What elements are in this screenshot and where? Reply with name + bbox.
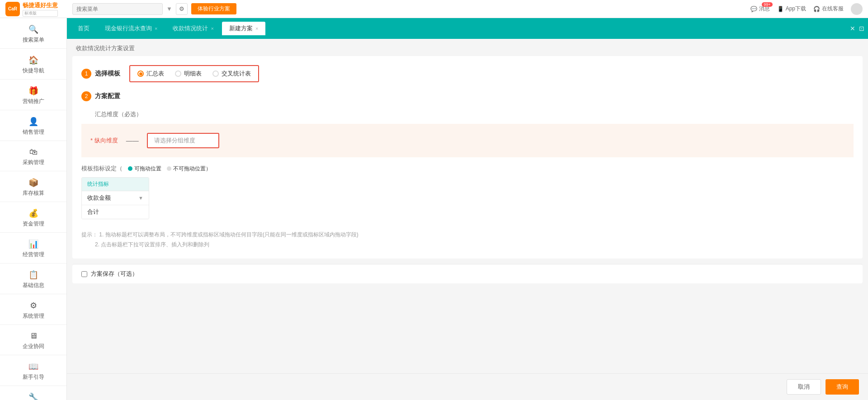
- sidebar-item-management[interactable]: 📊 经营管理: [0, 233, 66, 264]
- sidebar-item-system[interactable]: ⚙ 系统管理: [0, 294, 66, 325]
- top-bar: CaR 畅捷通好生意 标准版 ▼ ⚙ 体验行业方案 💬 消息 99+ 📱 App…: [0, 0, 868, 18]
- tab-cashflow[interactable]: 现金银行流水查询 ×: [98, 22, 165, 35]
- dimension-box: * 纵向维度 —— 请选择分组维度: [81, 124, 854, 157]
- sidebar-item-marketing[interactable]: 🎁 营销推广: [0, 80, 66, 110]
- sidebar-item-finance[interactable]: 💰 资金管理: [0, 202, 66, 233]
- guide-icon: 📖: [28, 362, 38, 372]
- logo-icon: CaR: [5, 2, 20, 16]
- sidebar-item-collab[interactable]: 🖥 企业协同: [0, 325, 66, 355]
- tab-cashflow-label: 现金银行流水查询: [105, 24, 152, 33]
- sidebar-item-hardware[interactable]: 🔧 智能硬件: [0, 386, 66, 400]
- radio-crosstab[interactable]: 交叉统计表: [212, 70, 251, 78]
- sidebar-label-finance: 资金管理: [23, 220, 44, 228]
- metrics-header-label: 模板指标设定（: [81, 165, 123, 173]
- support-btn[interactable]: 🎧 在线客服: [813, 5, 844, 13]
- chart-icon: 📊: [28, 239, 38, 249]
- tips-section: 提示： 1. 拖动标题栏可以调整布局，不可跨维度或指标区域拖动任何目字段(只能在…: [81, 230, 854, 249]
- tab-new-plan[interactable]: 新建方案 ×: [222, 22, 265, 35]
- search-input[interactable]: [72, 3, 163, 15]
- nav-tabs: 首页 现金银行流水查询 × 收款情况统计 × 新建方案 × ✕ ⊡: [67, 18, 868, 39]
- metrics-table-wrapper: 统计指标 收款金额 ▼ 合计: [81, 177, 854, 219]
- footer-save-row: 方案保存（可选）: [72, 264, 863, 283]
- save-checkbox[interactable]: [81, 271, 87, 277]
- metrics-section: 模板指标设定（ 可拖动位置 不可拖动位置）: [81, 165, 854, 219]
- tip-2: 2. 点击标题栏下拉可设置排序、插入列和删除列: [95, 241, 209, 248]
- page-header: 收款情况统计方案设置: [67, 39, 868, 56]
- sidebar-item-sales[interactable]: 👤 销售管理: [0, 110, 66, 141]
- dimension-placeholder: 请选择分组维度: [154, 137, 195, 144]
- metric-total-label: 合计: [87, 208, 99, 216]
- collab-icon: 🖥: [29, 331, 38, 341]
- template-radio-group: 汇总表 明细表 交叉统计表: [129, 65, 259, 82]
- dimension-row: * 纵向维度 —— 请选择分组维度: [90, 133, 844, 148]
- cancel-button[interactable]: 取消: [787, 379, 821, 395]
- user-avatar[interactable]: [851, 3, 863, 15]
- tab-receipts-close[interactable]: ×: [211, 26, 213, 31]
- home-icon: 🏠: [28, 55, 38, 65]
- maximize-icon[interactable]: ⊡: [859, 25, 864, 32]
- metric-amount-chevron[interactable]: ▼: [138, 195, 143, 201]
- sidebar-label-basic: 基础信息: [23, 282, 44, 289]
- settings-button[interactable]: ⚙: [176, 3, 188, 15]
- sidebar-label-sales: 销售管理: [23, 128, 44, 136]
- tab-home-label: 首页: [78, 24, 90, 33]
- radio-detail[interactable]: 明细表: [175, 70, 202, 78]
- unmovable-label: 不可拖动位置）: [173, 165, 211, 173]
- metrics-col-header: 统计指标: [82, 178, 149, 191]
- tab-receipts[interactable]: 收款情况统计 ×: [165, 22, 221, 35]
- dimension-select[interactable]: 请选择分组维度: [147, 133, 219, 148]
- radio-crosstab-label: 交叉统计表: [222, 70, 251, 78]
- step2-row: 2 方案配置: [81, 91, 854, 101]
- step2-title: 方案配置: [95, 92, 120, 100]
- radio-detail-circle: [175, 71, 181, 77]
- finance-icon: 💰: [28, 208, 38, 218]
- msg-badge: 99+: [762, 2, 772, 7]
- download-icon: 📱: [777, 6, 784, 12]
- close-window-icon[interactable]: ✕: [850, 25, 855, 32]
- sidebar-label-marketing: 营销推广: [23, 98, 44, 105]
- sidebar-item-inventory[interactable]: 📦 库存核算: [0, 171, 66, 202]
- radio-summary[interactable]: 汇总表: [137, 70, 164, 78]
- radio-summary-circle: [137, 71, 144, 77]
- industry-btn[interactable]: 体验行业方案: [191, 3, 236, 14]
- sidebar-label-management: 经营管理: [23, 251, 44, 259]
- step1-badge: 1: [81, 69, 91, 79]
- messages-btn[interactable]: 💬 消息 99+: [750, 5, 770, 13]
- tab-home[interactable]: 首页: [71, 22, 97, 35]
- sidebar-item-purchase[interactable]: 🛍 采购管理: [0, 141, 66, 171]
- movable-toggle: 可拖动位置: [128, 165, 161, 173]
- download-label: App下载: [786, 5, 806, 13]
- query-button[interactable]: 查询: [826, 379, 859, 395]
- metrics-table: 统计指标 收款金额 ▼ 合计: [81, 177, 149, 219]
- main-layout: 🔍 搜索菜单 🏠 快捷导航 🎁 营销推广 👤 销售管理 🛍 采购管理 📦 库存核…: [0, 18, 868, 400]
- dropdown-arrow-icon[interactable]: ▼: [166, 5, 172, 12]
- app-download-btn[interactable]: 📱 App下载: [777, 5, 806, 13]
- sidebar-label-inventory: 库存核算: [23, 189, 44, 197]
- sidebar-item-search[interactable]: 🔍 搜索菜单: [0, 18, 66, 49]
- sidebar-item-basic[interactable]: 📋 基础信息: [0, 264, 66, 294]
- sidebar-item-guide[interactable]: 📖 新手引导: [0, 355, 66, 386]
- sidebar-label-search: 搜索菜单: [23, 36, 44, 44]
- tab-new-plan-close[interactable]: ×: [255, 26, 258, 31]
- sidebar-item-home[interactable]: 🏠 快捷导航: [0, 49, 66, 80]
- metric-row-amount: 收款金额 ▼: [82, 191, 149, 205]
- inventory-icon: 📦: [28, 178, 38, 188]
- step1-row: 1 选择模板 汇总表 明细表: [81, 65, 854, 82]
- save-checkbox-label: 方案保存（可选）: [91, 270, 138, 278]
- tab-receipts-label: 收款情况统计: [173, 24, 208, 33]
- sales-icon: 👤: [28, 117, 38, 127]
- message-icon: 💬: [750, 6, 757, 12]
- info-icon: 📋: [28, 270, 38, 280]
- metric-amount-label: 收款金额: [87, 194, 111, 202]
- radio-crosstab-circle: [212, 71, 219, 77]
- logo-text: CaR: [8, 6, 17, 11]
- tab-new-plan-label: 新建方案: [229, 24, 253, 33]
- support-label: 在线客服: [822, 5, 844, 13]
- tab-cashflow-close[interactable]: ×: [155, 26, 157, 31]
- logo-area: CaR 畅捷通好生意 标准版: [5, 1, 72, 17]
- bottom-action-bar: 取消 查询: [67, 373, 868, 400]
- metrics-header: 模板指标设定（ 可拖动位置 不可拖动位置）: [81, 165, 854, 173]
- step2-badge: 2: [81, 91, 91, 101]
- search-icon: 🔍: [28, 24, 38, 34]
- tips-title: 提示：: [81, 231, 98, 238]
